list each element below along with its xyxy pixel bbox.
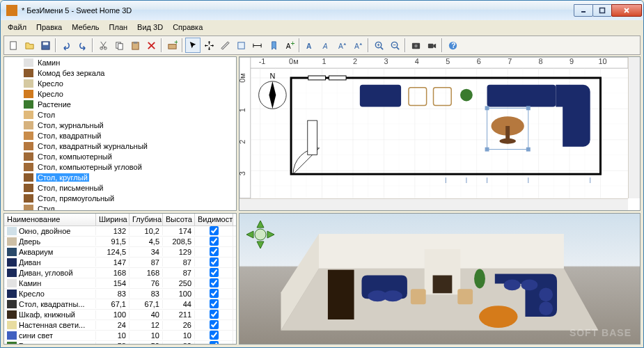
table-body[interactable]: Окно, двойное13210,2174Дверь91,54,5208,5…	[4, 226, 236, 344]
col-visible[interactable]: Видимость	[195, 214, 233, 226]
select-tool[interactable]	[185, 38, 201, 53]
help-button[interactable]: ?	[445, 38, 460, 53]
view-3d-pane[interactable]: SOFT BASE	[239, 213, 641, 345]
visibility-checkbox[interactable]	[210, 341, 219, 345]
text-italic-button[interactable]: A	[318, 38, 333, 53]
photo-button[interactable]	[408, 38, 423, 53]
table-row[interactable]: Растение585082	[4, 341, 236, 344]
furniture-icon	[24, 121, 33, 129]
text-bold-button[interactable]: A	[302, 38, 317, 53]
open-button[interactable]	[22, 38, 37, 53]
menu-help[interactable]: Справка	[168, 22, 207, 33]
col-name[interactable]: Наименование	[4, 214, 96, 226]
pan-tool[interactable]	[201, 38, 217, 53]
svg-text:10: 10	[599, 57, 607, 65]
visibility-checkbox[interactable]	[210, 331, 219, 340]
table-row[interactable]: Шкаф, книжный10040211	[4, 310, 236, 320]
col-depth[interactable]: Глубина	[129, 214, 163, 226]
catalog-item-label: Стул	[36, 205, 56, 211]
text-increase-button[interactable]: A	[334, 38, 350, 53]
catalog-item[interactable]: Стол, компьютерный	[4, 151, 236, 161]
catalog-item[interactable]: Комод без зеркала	[4, 68, 236, 78]
text-tool[interactable]: A+	[281, 38, 297, 53]
menu-3d[interactable]: Вид 3D	[133, 22, 167, 33]
furniture-icon	[24, 163, 33, 171]
visibility-checkbox[interactable]	[210, 278, 219, 287]
catalog-item[interactable]: Стол, круглый	[4, 172, 236, 182]
svg-text:2: 2	[353, 57, 357, 65]
catalog-item-label: Стол, компьютерный	[36, 152, 113, 161]
menu-furniture[interactable]: Мебель	[68, 22, 103, 33]
furniture-icon	[24, 69, 33, 77]
dimension-tool[interactable]	[249, 38, 265, 53]
furniture-icon	[24, 132, 33, 140]
maximize-button[interactable]	[592, 4, 612, 17]
window-title: * БезИмени 5 - Sweet Home 3D	[22, 6, 574, 15]
menu-file[interactable]: Файл	[3, 22, 31, 33]
visibility-checkbox[interactable]	[210, 299, 219, 308]
catalog-item[interactable]: Кресло	[4, 88, 236, 99]
catalog-item[interactable]: Стол, журнальный	[4, 120, 236, 130]
table-row[interactable]: Диван, угловой16816887	[4, 268, 236, 278]
new-button[interactable]	[6, 38, 21, 53]
table-row[interactable]: Кресло8383100	[4, 289, 236, 299]
zoom-out-button[interactable]	[387, 38, 402, 53]
table-row[interactable]: Аквариум124,534129	[4, 247, 236, 258]
catalog-item[interactable]: Стол, компьютерный угловой	[4, 161, 236, 172]
visibility-checkbox[interactable]	[210, 320, 219, 329]
close-button[interactable]	[611, 4, 642, 17]
table-row[interactable]: Камин15476250	[4, 278, 236, 289]
col-width[interactable]: Ширина	[96, 214, 129, 226]
paste-button[interactable]	[127, 38, 143, 53]
svg-rect-94	[308, 76, 326, 80]
catalog-item[interactable]: Стол, прямоугольный	[4, 193, 236, 203]
minimize-button[interactable]	[574, 4, 593, 17]
table-header[interactable]: Наименование Ширина Глубина Высота Видим…	[4, 214, 236, 226]
table-row[interactable]: сини свет101010	[4, 331, 236, 341]
table-row[interactable]: Дверь91,54,5208,5	[4, 237, 236, 247]
col-height[interactable]: Высота	[163, 214, 195, 226]
table-row[interactable]: Диван1478787	[4, 258, 236, 268]
room-tool[interactable]	[233, 38, 249, 53]
catalog-item[interactable]: Стол, квадратный	[4, 130, 236, 141]
plan-scrollbar-h[interactable]	[239, 198, 628, 210]
catalog-item[interactable]: Стул	[4, 203, 236, 210]
catalog-item[interactable]: Камин	[4, 57, 236, 68]
table-row[interactable]: Настенная свети...241226	[4, 320, 236, 331]
catalog-item[interactable]: Стол, квадратный журнальный	[4, 141, 236, 151]
svg-point-37	[414, 44, 418, 47]
catalog-tree[interactable]: КаминКомод без зеркалаКреслоКреслоРастен…	[4, 57, 236, 210]
cut-button[interactable]	[95, 38, 111, 53]
text-decrease-button[interactable]: A	[350, 38, 366, 53]
visibility-checkbox[interactable]	[210, 226, 219, 235]
undo-button[interactable]	[58, 38, 74, 53]
video-button[interactable]	[424, 38, 439, 53]
catalog-item[interactable]: Растение	[4, 99, 236, 109]
titlebar[interactable]: * БезИмени 5 - Sweet Home 3D	[1, 1, 643, 20]
wall-tool[interactable]	[217, 38, 233, 53]
delete-button[interactable]	[143, 38, 159, 53]
add-furniture-button[interactable]: +	[164, 38, 180, 53]
table-row[interactable]: Окно, двойное13210,2174	[4, 226, 236, 237]
redo-button[interactable]	[74, 38, 90, 53]
visibility-checkbox[interactable]	[210, 289, 219, 298]
plan-pane[interactable]: -1 0м 123 456 789 10 0м 1 2 3	[239, 56, 641, 211]
visibility-checkbox[interactable]	[210, 258, 219, 267]
table-row[interactable]: Стол, квадратны...67,167,144	[4, 299, 236, 310]
save-button[interactable]	[38, 38, 53, 53]
menu-edit[interactable]: Правка	[32, 22, 66, 33]
visibility-checkbox[interactable]	[210, 310, 219, 319]
menu-plan[interactable]: План	[105, 22, 132, 33]
copy-button[interactable]	[111, 38, 127, 53]
visibility-checkbox[interactable]	[210, 268, 219, 277]
catalog-item[interactable]: Стол, письменный	[4, 182, 236, 193]
line-tool[interactable]	[265, 38, 281, 53]
catalog-item[interactable]: Кресло	[4, 78, 236, 88]
svg-text:+: +	[174, 40, 178, 46]
zoom-in-button[interactable]	[371, 38, 386, 53]
catalog-item[interactable]: Стол	[4, 109, 236, 120]
navigation-compass-icon[interactable]	[245, 219, 276, 250]
plan-scrollbar-v[interactable]	[628, 57, 640, 198]
visibility-checkbox[interactable]	[210, 237, 219, 246]
visibility-checkbox[interactable]	[210, 247, 219, 256]
